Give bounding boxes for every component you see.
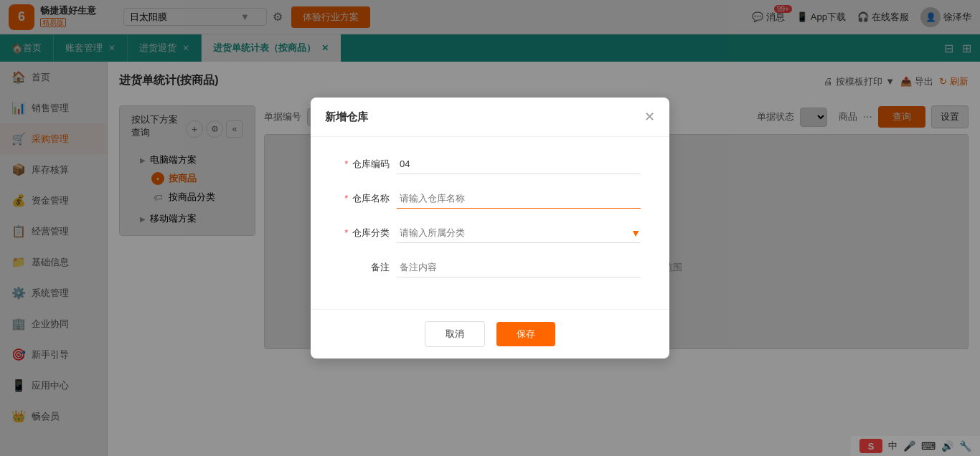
modal-header: 新增仓库 ✕ <box>311 98 669 137</box>
form-row-name: * 仓库名称 <box>339 189 641 209</box>
category-dropdown-icon[interactable]: ▼ <box>631 227 641 239</box>
code-input[interactable] <box>397 154 641 174</box>
category-select-wrap: ▼ <box>397 223 641 243</box>
modal-body: * 仓库编码 * 仓库名称 * 仓库分类 <box>311 137 669 309</box>
modal-title: 新增仓库 <box>325 110 368 124</box>
modal-close-button[interactable]: ✕ <box>644 109 655 125</box>
form-row-category: * 仓库分类 ▼ <box>339 223 641 243</box>
code-label: * 仓库编码 <box>339 158 397 171</box>
category-label: * 仓库分类 <box>339 227 397 239</box>
modal-overlay: 新增仓库 ✕ * 仓库编码 * 仓库名称 <box>0 0 980 456</box>
cancel-button[interactable]: 取消 <box>425 321 485 347</box>
new-warehouse-modal: 新增仓库 ✕ * 仓库编码 * 仓库名称 <box>311 98 669 358</box>
form-row-note: 备注 <box>339 257 641 277</box>
modal-footer: 取消 保存 <box>311 309 669 358</box>
name-label: * 仓库名称 <box>339 192 397 205</box>
note-label: 备注 <box>339 261 397 274</box>
form-row-code: * 仓库编码 <box>339 154 641 174</box>
category-input[interactable] <box>397 223 631 242</box>
name-input[interactable] <box>397 189 641 209</box>
note-input[interactable] <box>397 257 641 277</box>
save-button[interactable]: 保存 <box>496 322 555 346</box>
